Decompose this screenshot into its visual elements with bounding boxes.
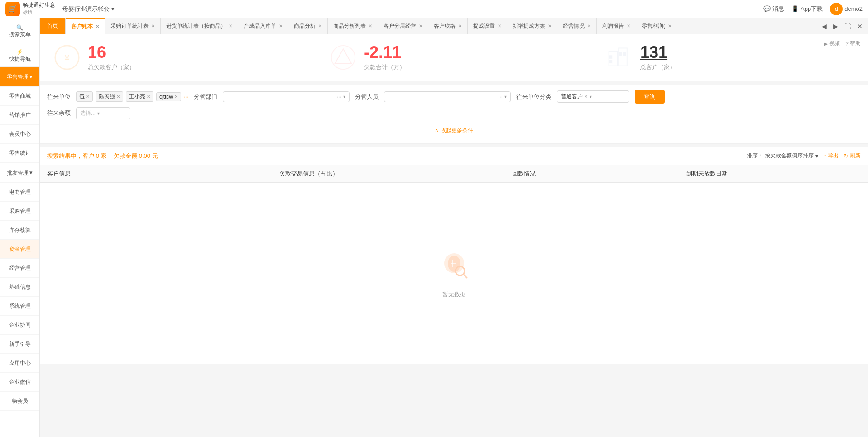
chevron-icon: ▾ [29, 73, 33, 80]
tab-purchase-order-stats[interactable]: 采购订单统计表 ✕ [105, 18, 161, 34]
sidebar-item-retail-stats[interactable]: 零售统计 [0, 144, 39, 163]
filter-row-1: 往来单位 伍 ✕ 陈民强 ✕ 王小亮 ✕ [47, 90, 861, 104]
amount-select-placeholder: 选择... [80, 109, 96, 117]
tag-close-wu[interactable]: ✕ [86, 94, 90, 99]
sidebar-item-member-center[interactable]: 会员中心 [0, 125, 39, 144]
refresh-button[interactable]: ↻ 刷新 [844, 152, 861, 160]
customers-label: 总欠款客户（家） [88, 63, 302, 71]
sidebar-item-inventory[interactable]: 库存核算 [0, 221, 39, 240]
search-menu-button[interactable]: 🔍 搜索菜单 [4, 23, 36, 40]
table-col-customer-info: 客户信息 [47, 170, 279, 178]
svg-rect-5 [619, 48, 627, 66]
sidebar-item-retail-mall[interactable]: 零售商城 [0, 87, 39, 106]
sidebar-item-batch-mgmt[interactable]: 批发管理 ▾ [0, 163, 39, 183]
download-icon: 📱 [791, 5, 799, 12]
nav-icon: ⚡ [16, 49, 23, 55]
tab-ops-status[interactable]: 经营情况 ✕ [557, 18, 597, 34]
unit-type-tag-close[interactable]: ✕ [584, 94, 588, 99]
amount-filter-select[interactable]: 选择... ▾ [76, 107, 130, 119]
tab-close-product-analysis-list[interactable]: ✕ [369, 24, 372, 28]
svg-rect-8 [619, 52, 622, 56]
tab-close-customer-contact[interactable]: ✕ [458, 24, 462, 28]
tab-retail-profit[interactable]: 零售利润( ✕ [636, 18, 677, 34]
tab-close-new-promotion-plan[interactable]: ✕ [548, 24, 551, 28]
logo-text: 畅捷通好生意 标版 [23, 2, 55, 16]
tag-close-cjttcw[interactable]: ✕ [174, 94, 178, 99]
tag-close-chen[interactable]: ✕ [116, 94, 120, 99]
message-button[interactable]: 💬 消息 [763, 5, 784, 13]
sidebar-item-vip-member[interactable]: 畅会员 [0, 392, 39, 411]
tab-expand-button[interactable]: ⛶ [842, 21, 854, 32]
tab-promotion-settings[interactable]: 提成设置 ✕ [468, 18, 507, 34]
unit-type-filter-select[interactable]: 普通客户 ✕ ▾ [557, 90, 629, 103]
tab-close-ops-status[interactable]: ✕ [587, 24, 591, 28]
person-select-dots[interactable]: ··· [498, 94, 503, 100]
help-icon: ? [845, 41, 849, 47]
video-link[interactable]: ▶ 视频 [824, 40, 840, 48]
tab-close-all-button[interactable]: ✕ [854, 21, 865, 32]
app-download-button[interactable]: 📱 App下载 [791, 5, 823, 13]
tab-close-retail-profit[interactable]: ✕ [668, 24, 671, 28]
summary-row: ¥ 16 总欠款客户（家） [40, 34, 868, 81]
dept-select-dots[interactable]: ··· [337, 94, 341, 100]
sidebar-item-enterprise-wechat[interactable]: 企业微信 [0, 373, 39, 392]
sidebar-item-purchase[interactable]: 采购管理 [0, 202, 39, 221]
amount-chevron-icon: ▾ [97, 111, 100, 116]
logo-icon: 🛒 [5, 2, 20, 16]
sidebar-item-new-guide[interactable]: 新手引导 [0, 335, 39, 354]
quick-nav-button[interactable]: ⚡ 快捷导航 [0, 45, 39, 67]
user-menu[interactable]: d demo2 [830, 3, 863, 15]
dept-filter-select[interactable]: ··· ▾ [223, 91, 350, 102]
tab-close-profit-report[interactable]: ✕ [627, 24, 630, 28]
export-button[interactable]: ↑ 导出 [824, 152, 839, 160]
filter-tag-chen: 陈民强 ✕ [96, 91, 123, 102]
tab-scroll-left-button[interactable]: ◀ [819, 21, 830, 32]
svg-line-13 [463, 274, 467, 278]
unit-filter-label: 往来单位 [47, 93, 71, 101]
help-link[interactable]: ? 帮助 [845, 40, 861, 48]
customers-value: 16 [88, 43, 302, 62]
summary-info-total-customers: 131 总客户（家） [640, 43, 854, 71]
tab-customer-contact[interactable]: 客户联络 ✕ [428, 18, 468, 34]
person-filter-select[interactable]: ··· ▾ [384, 91, 511, 102]
sidebar-item-system-mgmt[interactable]: 系统管理 [0, 297, 39, 316]
tab-close-promotion-settings[interactable]: ✕ [498, 24, 501, 28]
tab-profit-report[interactable]: 利润报告 ✕ [597, 18, 636, 34]
sidebar-item-ops-mgmt[interactable]: 经营管理 [0, 259, 39, 278]
tab-close-purchase-stats-by-product[interactable]: ✕ [229, 24, 232, 28]
filter-tags-more[interactable]: ··· [184, 94, 188, 100]
sidebar-item-enterprise-collab[interactable]: 企业协同 [0, 316, 39, 335]
tab-customer-tier-ops[interactable]: 客户分层经营 ✕ [378, 18, 428, 34]
sidebar-item-marketing[interactable]: 营销推广 [0, 106, 39, 125]
top-bar-right: 💬 消息 📱 App下载 d demo2 [763, 3, 863, 15]
svg-rect-7 [609, 60, 612, 63]
tab-close-product-inbound[interactable]: ✕ [279, 24, 283, 28]
sidebar-item-basic-info[interactable]: 基础信息 [0, 278, 39, 297]
tab-close-customer-capital[interactable]: ✕ [96, 24, 99, 29]
tab-scroll-right-button[interactable]: ▶ [830, 21, 841, 32]
sort-selector[interactable]: 排序： 按欠款金额倒序排序 ▾ [747, 152, 818, 160]
sidebar-item-ecommerce[interactable]: 电商管理 [0, 183, 39, 202]
tab-close-customer-tier-ops[interactable]: ✕ [419, 24, 422, 28]
tab-product-analysis[interactable]: 商品分析 ✕ [288, 18, 328, 34]
sidebar-search-section: 🔍 搜索菜单 [0, 18, 39, 45]
tab-close-purchase-order-stats[interactable]: ✕ [151, 24, 155, 28]
tab-product-analysis-list[interactable]: 商品分析列表 ✕ [328, 18, 378, 34]
sidebar-item-retail-mgmt[interactable]: 零售管理 ▾ [0, 67, 39, 87]
tab-customer-capital[interactable]: 客户账本 ✕ [66, 18, 105, 34]
tab-new-promotion-plan[interactable]: 新增提成方案 ✕ [507, 18, 557, 34]
sidebar-item-app-center[interactable]: 应用中心 [0, 354, 39, 373]
filter-tag-wang: 王小亮 ✕ [126, 91, 153, 102]
tab-home[interactable]: 首页 [40, 18, 66, 34]
tab-purchase-stats-by-product[interactable]: 进货单统计表（按商品） ✕ [161, 18, 238, 34]
total-customers-icon [606, 44, 633, 71]
sidebar-item-capital-mgmt[interactable]: 资金管理 [0, 240, 39, 259]
tag-close-wang[interactable]: ✕ [147, 94, 150, 99]
store-selector[interactable]: 母婴行业演示帐套 ▾ [59, 3, 118, 15]
summary-actions: ▶ 视频 ? 帮助 [824, 40, 861, 48]
tab-close-product-analysis[interactable]: ✕ [318, 24, 322, 28]
tab-product-inbound[interactable]: 产成品入库单 ✕ [238, 18, 288, 34]
summary-info-amount: -2.11 欠款合计（万） [364, 43, 578, 71]
collapse-button[interactable]: ∧ 收起更多条件 [47, 125, 861, 136]
query-button[interactable]: 查询 [635, 90, 665, 104]
